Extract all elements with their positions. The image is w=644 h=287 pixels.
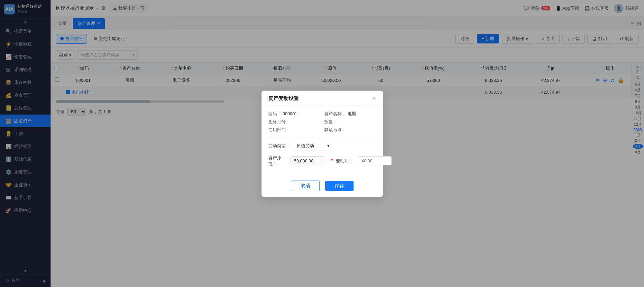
original-value-label: 资产原值： <box>268 155 288 167</box>
change-type-field: 变动类型： 原值变动 ▾ <box>268 141 376 151</box>
modal-department: 使用部门： <box>268 127 320 133</box>
change-type-label: 变动类型： <box>268 143 290 149</box>
modal-footer: 取消 保存 <box>262 177 383 197</box>
modal-code: 编码： 000001 <box>268 111 320 117</box>
asset-name-value: 电脑 <box>347 111 356 117</box>
modal-spec: 规格型号： <box>268 119 320 125</box>
modal-location: 存放地点： <box>324 127 376 133</box>
after-change-input[interactable] <box>358 156 392 165</box>
modal-body: 编码： 000001 资产名称： 电脑 规格型号： 数量： 使用部门： <box>262 105 383 177</box>
department-label: 使用部门： <box>268 127 290 133</box>
change-type-chevron-icon: ▾ <box>327 143 330 148</box>
modal-close-button[interactable]: ✕ <box>372 95 376 102</box>
after-change-label: 变动后： <box>336 158 355 164</box>
modal-quantity: 数量： <box>324 119 376 125</box>
change-type-value: 原值变动 <box>297 143 314 149</box>
modal-asset-name: 资产名称： 电脑 <box>324 111 376 117</box>
quantity-label: 数量： <box>324 119 337 125</box>
asset-name-label: 资产名称： <box>324 111 346 117</box>
original-value-display: 50,000.00 <box>290 156 324 165</box>
required-mark: * <box>331 158 333 164</box>
modal-header: 资产变动设置 ✕ <box>262 91 383 105</box>
asset-change-modal: 资产变动设置 ✕ 编码： 000001 资产名称： 电脑 规格型号： 数量： <box>262 91 383 197</box>
cancel-button[interactable]: 取消 <box>291 181 320 191</box>
save-button[interactable]: 保存 <box>325 181 354 191</box>
location-label: 存放地点： <box>324 127 346 133</box>
modal-info-grid: 编码： 000001 资产名称： 电脑 规格型号： 数量： 使用部门： <box>268 111 376 133</box>
original-value-field: 资产原值： 50,000.00 * 变动后： <box>268 155 376 167</box>
code-label: 编码： <box>268 111 281 117</box>
modal-title: 资产变动设置 <box>268 95 299 102</box>
change-type-select[interactable]: 原值变动 ▾ <box>293 141 333 151</box>
spec-label: 规格型号： <box>268 119 290 125</box>
code-value: 000001 <box>283 111 297 116</box>
modal-overlay: 资产变动设置 ✕ 编码： 000001 资产名称： 电脑 规格型号： 数量： <box>0 0 644 287</box>
modal-divider <box>268 137 376 137</box>
